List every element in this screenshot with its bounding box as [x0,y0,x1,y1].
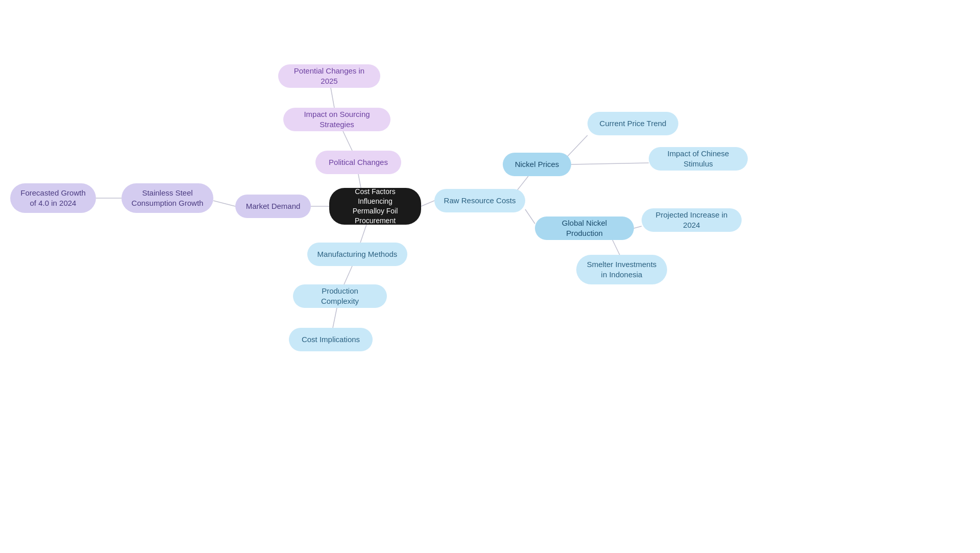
svg-line-11 [567,135,587,157]
svg-line-5 [331,88,334,108]
svg-line-3 [358,174,361,188]
svg-line-1 [213,201,235,206]
svg-line-13 [525,209,535,224]
svg-line-15 [612,240,620,255]
svg-line-9 [421,201,434,206]
svg-line-12 [571,163,649,164]
svg-line-4 [343,131,352,151]
svg-line-8 [333,308,337,328]
svg-line-10 [515,176,528,193]
svg-line-14 [634,226,642,228]
svg-line-6 [360,225,366,243]
svg-line-7 [344,266,352,284]
